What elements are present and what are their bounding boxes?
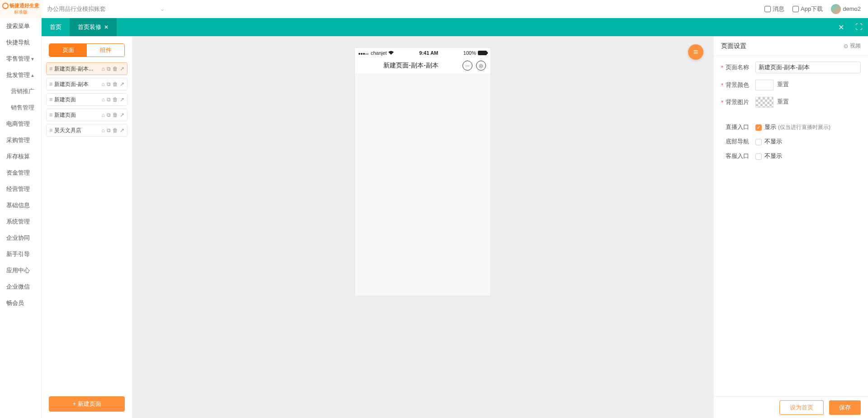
home-icon[interactable]: ⌂ (102, 66, 105, 72)
nav-item[interactable]: 系统管理 (0, 214, 41, 230)
top-bar: 畅捷通好生意 标准版 办公用品行业模拟账套 ⌄ 消息 App下载 demo2 (0, 0, 868, 18)
messages-link[interactable]: 消息 (764, 5, 784, 13)
bgcolor-reset[interactable]: 重置 (777, 81, 789, 88)
nav-item[interactable]: 采购管理 (0, 132, 41, 148)
drag-icon[interactable]: ≡ (49, 112, 52, 118)
delete-icon[interactable]: 🗑 (113, 96, 118, 103)
drag-icon[interactable]: ≡ (49, 66, 52, 72)
cs-checkbox[interactable] (755, 153, 762, 160)
field-label-name: 页面名称 (726, 63, 755, 71)
page-row[interactable]: ≡新建页面-副本...⌂⧉🗑↗ (46, 62, 127, 75)
nav-label: 搜索菜单 (6, 22, 30, 30)
nav-label: 企业微信 (6, 283, 30, 291)
bgimg-swatch[interactable] (755, 97, 774, 108)
nav-label: 畅会员 (6, 299, 24, 307)
share-icon[interactable]: ↗ (120, 81, 124, 87)
copy-icon[interactable]: ⧉ (107, 127, 111, 133)
copy-icon[interactable]: ⧉ (107, 96, 111, 103)
panel-tab-page[interactable]: 页面 (49, 44, 87, 57)
top-right-actions: 消息 App下载 demo2 (764, 4, 868, 14)
phone-preview: chanjet 9:41 AM 100% 新建页面-副本-副本 ··· (355, 48, 491, 296)
brand-name: 畅捷通好生意 (9, 2, 39, 9)
account-selector[interactable]: 办公用品行业模拟账套 ⌄ (47, 5, 165, 13)
nav-item[interactable]: 电商管理 (0, 116, 41, 132)
collapse-panel-button[interactable]: ≡ (688, 44, 703, 60)
nav-item[interactable]: 搜索菜单 (0, 18, 41, 34)
miniapp-menu-icon[interactable]: ··· (462, 61, 472, 71)
panel-tabswitch: 页面 组件 (49, 43, 125, 57)
nav-item[interactable]: 零售管理▼ (0, 51, 41, 67)
drag-icon[interactable]: ≡ (49, 81, 52, 87)
tab[interactable]: 首页装修✕ (70, 18, 117, 36)
bottomnav-checkbox[interactable] (755, 139, 762, 145)
set-home-button[interactable]: 设为首页 (779, 400, 824, 415)
nav-label: 经营管理 (6, 185, 30, 193)
tab-label: 首页装修 (78, 23, 101, 31)
nav-subitem[interactable]: 营销推广 (0, 83, 41, 100)
delete-icon[interactable]: 🗑 (113, 112, 118, 118)
page-name: 新建页面 (54, 111, 100, 119)
share-icon[interactable]: ↗ (120, 127, 124, 133)
account-name: 办公用品行业模拟账套 (47, 5, 106, 13)
nav-item[interactable]: 企业协同 (0, 230, 41, 246)
live-hint: (仅当进行直播时展示) (778, 124, 830, 130)
home-icon[interactable]: ⌂ (102, 96, 105, 103)
home-icon[interactable]: ⌂ (102, 127, 105, 133)
fullscreen-icon[interactable]: ⛶ (850, 23, 868, 31)
share-icon[interactable]: ↗ (120, 112, 124, 118)
delete-icon[interactable]: 🗑 (113, 66, 118, 72)
nav-item[interactable]: 经营管理 (0, 181, 41, 197)
delete-icon[interactable]: 🗑 (113, 127, 118, 133)
video-label: 视频 (850, 42, 861, 50)
home-icon[interactable]: ⌂ (102, 81, 105, 87)
bgimg-reset[interactable]: 重置 (777, 98, 789, 105)
share-icon[interactable]: ↗ (120, 66, 124, 72)
nav-item[interactable]: 库存核算 (0, 148, 41, 165)
tab[interactable]: 首页 (42, 18, 70, 36)
nav-item[interactable]: 新手引导 (0, 246, 41, 262)
close-tab-icon[interactable]: ✕ (832, 23, 850, 32)
panel-tab-component[interactable]: 组件 (87, 44, 124, 57)
nav-label: 库存核算 (6, 152, 30, 161)
nav-item[interactable]: 快捷导航 (0, 34, 41, 51)
nav-item[interactable]: 资金管理 (0, 165, 41, 181)
share-icon[interactable]: ↗ (120, 96, 124, 103)
home-icon[interactable]: ⌂ (102, 112, 105, 118)
phone-icon (793, 6, 799, 12)
brand-logo[interactable]: 畅捷通好生意 标准版 (0, 0, 42, 18)
save-button[interactable]: 保存 (829, 400, 861, 415)
delete-icon[interactable]: 🗑 (113, 81, 118, 87)
nav-item[interactable]: 企业微信 (0, 279, 41, 295)
bgcolor-swatch[interactable] (755, 80, 774, 90)
page-row[interactable]: ≡昊天文具店⌂⧉🗑↗ (46, 124, 127, 137)
nav-label: 系统管理 (6, 218, 30, 226)
page-row[interactable]: ≡新建页面-副本⌂⧉🗑↗ (46, 78, 127, 90)
drag-icon[interactable]: ≡ (49, 96, 52, 103)
drag-icon[interactable]: ≡ (49, 127, 52, 133)
nav-label: 新手引导 (6, 250, 30, 258)
page-name-input[interactable] (755, 62, 861, 73)
user-menu[interactable]: demo2 (831, 4, 861, 14)
nav-label: 采购管理 (6, 136, 30, 144)
app-download-label: App下载 (801, 5, 823, 13)
page-row[interactable]: ≡新建页面⌂⧉🗑↗ (46, 93, 127, 106)
page-row[interactable]: ≡新建页面⌂⧉🗑↗ (46, 109, 127, 121)
app-download-link[interactable]: App下载 (793, 5, 823, 13)
nav-label: 应用中心 (6, 266, 30, 275)
video-help-link[interactable]: ⊙视频 (844, 42, 861, 50)
chevron-down-icon: ⌄ (160, 6, 165, 12)
nav-subitem[interactable]: 销售管理 (0, 100, 41, 116)
phone-body[interactable] (355, 73, 491, 296)
miniapp-close-icon[interactable]: ◎ (476, 61, 486, 71)
nav-item[interactable]: 基础信息 (0, 197, 41, 214)
live-checkbox[interactable]: ✓ (755, 124, 762, 131)
nav-item[interactable]: 应用中心 (0, 262, 41, 279)
nav-item[interactable]: 批发管理▲ (0, 67, 41, 83)
canvas[interactable]: chanjet 9:41 AM 100% 新建页面-副本-副本 ··· (132, 36, 713, 418)
tab-close-icon[interactable]: ✕ (104, 24, 108, 30)
copy-icon[interactable]: ⧉ (107, 81, 111, 87)
nav-item[interactable]: 畅会员 (0, 295, 41, 311)
copy-icon[interactable]: ⧉ (107, 66, 111, 72)
new-page-button[interactable]: + 新建页面 (49, 396, 125, 412)
copy-icon[interactable]: ⧉ (107, 112, 111, 118)
